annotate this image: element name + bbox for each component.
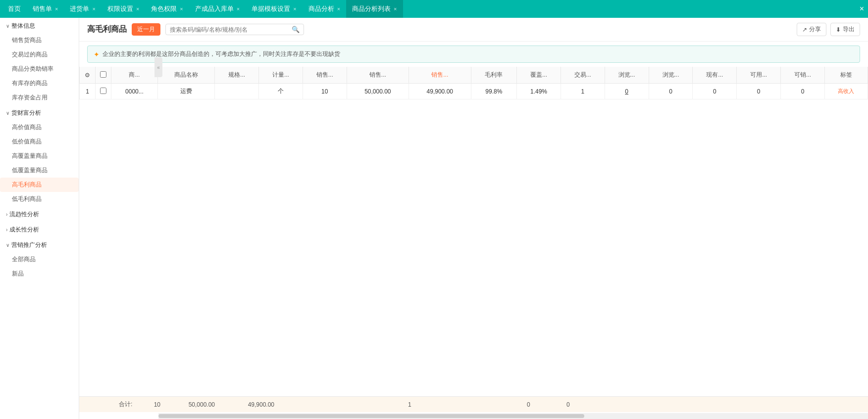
cell-gross-margin: 99.8% <box>471 84 517 99</box>
col-name[interactable]: 商品名称 <box>157 67 214 84</box>
cell-saleable-stock: 0 <box>781 84 825 99</box>
nav-close-template[interactable]: × <box>293 6 296 12</box>
nav-sales-order[interactable]: 销售单 × <box>27 0 64 18</box>
filter-recent-month[interactable]: 近一月 <box>132 23 160 36</box>
settings-icon[interactable]: ⚙ <box>85 72 90 79</box>
cell-spec <box>215 84 259 99</box>
footer-sales-amount: 50,000.00 <box>172 401 231 408</box>
export-button[interactable]: ⬇ 导出 <box>830 23 860 36</box>
cell-current-stock: 0 <box>693 84 737 99</box>
scrollbar-thumb[interactable] <box>158 414 584 418</box>
chevron-right-icon-2: › <box>6 227 7 233</box>
sidebar-item-low-value[interactable]: 低价值商品 <box>0 135 79 149</box>
col-sales-amount[interactable]: 销售... <box>347 67 408 84</box>
table-row: 1 0000... 运费 个 10 50,000.00 49,900.00 99… <box>80 84 868 99</box>
col-gross-margin[interactable]: 毛利率 <box>471 67 517 84</box>
col-unit[interactable]: 计量... <box>258 67 303 84</box>
sidebar-item-traded-goods[interactable]: 交易过的商品 <box>0 47 79 62</box>
chevron-right-icon: › <box>6 212 7 217</box>
nav-close-roles[interactable]: × <box>180 6 183 12</box>
sidebar-item-new-goods[interactable]: 新品 <box>0 267 79 281</box>
sidebar-item-high-margin[interactable]: 高毛利商品 <box>0 178 79 192</box>
col-code[interactable]: 商... <box>111 67 158 84</box>
header-actions: ↗ 分享 ⬇ 导出 <box>797 23 860 36</box>
chevron-down-icon-3: ∨ <box>6 242 9 248</box>
sidebar-group-wealth[interactable]: ∨ 货财富分析 <box>0 105 79 120</box>
col-spec[interactable]: 规格... <box>215 67 259 84</box>
footer-total: 合计: 10 50,000.00 49,900.00 1 0 0 <box>79 396 868 412</box>
col-sales-count[interactable]: 销售... <box>303 67 347 84</box>
nav-close-sales[interactable]: × <box>55 6 58 12</box>
nav-home[interactable]: 首页 <box>2 0 27 18</box>
col-settings[interactable]: ⚙ <box>80 67 96 84</box>
nav-product-analysis[interactable]: 商品分析 × <box>303 0 346 18</box>
footer-transactions: 1 <box>390 401 429 408</box>
col-saleable-stock[interactable]: 可销... <box>781 67 825 84</box>
search-input[interactable] <box>170 26 292 33</box>
chevron-down-icon: ∨ <box>6 23 9 29</box>
sidebar-item-low-coverage[interactable]: 低覆盖量商品 <box>0 163 79 178</box>
info-banner: ✦ 企业的主要的利润都是这部分商品创造的，可考虑加大推广，同时关注库存是不要出现… <box>87 46 860 63</box>
nav-close-analysis[interactable]: × <box>337 6 340 12</box>
nav-close-storage[interactable]: × <box>237 6 240 12</box>
nav-template[interactable]: 单据模板设置 × <box>246 0 302 18</box>
col-views2[interactable]: 浏览... <box>649 67 693 84</box>
data-table: ⚙ 商... 商品名称 规格... 计量... 销售... 销售... 销售..… <box>79 67 868 99</box>
cell-name[interactable]: 运费 <box>157 84 214 99</box>
col-tag[interactable]: 标签 <box>824 67 868 84</box>
col-views1[interactable]: 浏览... <box>605 67 649 84</box>
col-coverage[interactable]: 覆盖... <box>517 67 561 84</box>
col-available-stock[interactable]: 可用... <box>737 67 781 84</box>
nav-permissions[interactable]: 权限设置 × <box>102 0 145 18</box>
footer-sales-count: 10 <box>142 401 172 408</box>
sidebar-item-high-coverage[interactable]: 高覆盖量商品 <box>0 149 79 163</box>
sidebar-item-all-goods[interactable]: 全部商品 <box>0 252 79 267</box>
cell-transactions: 1 <box>561 84 605 99</box>
sidebar-item-sales-goods[interactable]: 销售货商品 <box>0 33 79 47</box>
col-current-stock[interactable]: 现有... <box>693 67 737 84</box>
top-nav: 首页 销售单 × 进货单 × 权限设置 × 角色权限 × 产成品入库单 × 单据… <box>0 0 868 18</box>
sidebar-item-stock-capital[interactable]: 库存资金占用 <box>0 91 79 105</box>
cell-code[interactable]: 0000... <box>111 84 158 99</box>
cell-unit: 个 <box>258 84 303 99</box>
sidebar: ∨ 整体信息 销售货商品 交易过的商品 商品分类助销率 有库存的商品 库存资金占… <box>0 18 79 419</box>
horizontal-scrollbar[interactable] <box>158 413 868 419</box>
row-checkbox[interactable] <box>100 88 106 94</box>
nav-product-analysis-list[interactable]: 商品分析列表 × <box>346 0 403 18</box>
table-wrapper[interactable]: ⚙ 商... 商品名称 规格... 计量... 销售... 销售... 销售..… <box>79 67 868 419</box>
close-all-tabs[interactable]: × <box>860 5 864 13</box>
nav-close-permissions[interactable]: × <box>136 6 139 12</box>
chevron-down-icon-2: ∨ <box>6 110 9 116</box>
share-icon: ↗ <box>802 26 807 33</box>
cell-tag: 高收入 <box>824 84 868 99</box>
col-transactions[interactable]: 交易... <box>561 67 605 84</box>
col-checkbox[interactable] <box>96 67 111 84</box>
footer-empty4 <box>469 401 509 408</box>
sidebar-item-low-margin[interactable]: 低毛利商品 <box>0 192 79 206</box>
cell-index: 1 <box>80 84 96 99</box>
search-icon[interactable]: 🔍 <box>292 26 300 33</box>
sidebar-group-overall[interactable]: ∨ 整体信息 <box>0 18 79 33</box>
nav-roles[interactable]: 角色权限 × <box>145 0 189 18</box>
footer-sales-profit: 49,900.00 <box>231 401 291 408</box>
sidebar-group-growth[interactable]: › 成长性分析 <box>0 222 79 237</box>
sidebar-group-trend[interactable]: › 流趋性分析 <box>0 206 79 222</box>
share-button[interactable]: ↗ 分享 <box>797 23 826 36</box>
sidebar-group-marketing[interactable]: ∨ 营销推广分析 <box>0 237 79 252</box>
sidebar-item-high-value[interactable]: 高价值商品 <box>0 120 79 135</box>
select-all-checkbox[interactable] <box>100 71 106 78</box>
sidebar-item-category-rate[interactable]: 商品分类助销率 <box>0 62 79 76</box>
nav-product-storage[interactable]: 产成品入库单 × <box>189 0 246 18</box>
cell-checkbox[interactable] <box>96 84 111 99</box>
export-icon: ⬇ <box>836 26 841 33</box>
nav-close-analysis-list[interactable]: × <box>394 6 397 12</box>
sidebar-item-stocked-goods[interactable]: 有库存的商品 <box>0 76 79 91</box>
cell-views1[interactable]: 0 <box>605 84 649 99</box>
cell-coverage: 1.49% <box>517 84 561 99</box>
nav-close-purchase[interactable]: × <box>92 6 95 12</box>
nav-purchase-order[interactable]: 进货单 × <box>64 0 101 18</box>
content-header: 高毛利商品 近一月 🔍 ↗ 分享 ⬇ 导出 <box>79 18 868 42</box>
col-sales-profit[interactable]: 销售... <box>409 67 471 84</box>
sidebar-collapse-button[interactable]: « <box>154 57 162 77</box>
footer-label: 合计: <box>79 400 132 409</box>
